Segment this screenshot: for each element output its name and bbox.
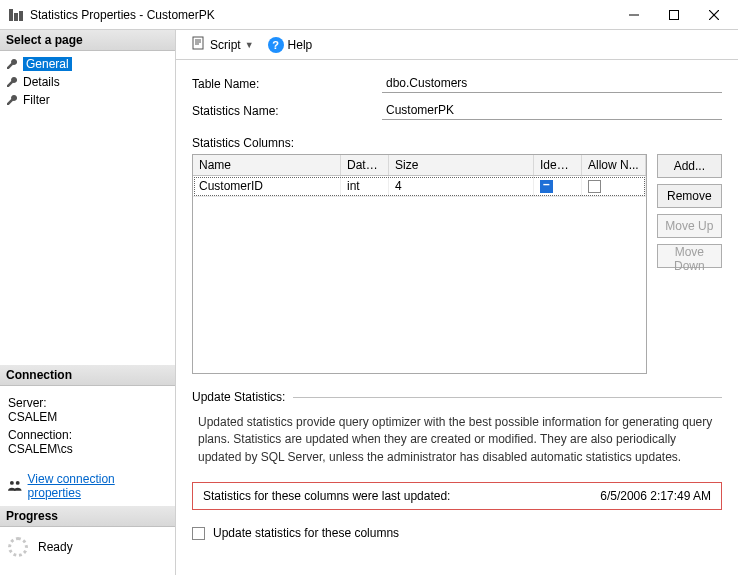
add-button[interactable]: Add... xyxy=(657,154,722,178)
columns-grid[interactable]: Name Data ... Size Identity Allow N... C… xyxy=(192,154,647,374)
connection-label: Connection: xyxy=(8,428,167,442)
close-button[interactable] xyxy=(694,1,734,29)
update-checkbox[interactable] xyxy=(192,527,205,540)
sidebar-item-filter[interactable]: Filter xyxy=(2,91,173,109)
help-icon: ? xyxy=(268,37,284,53)
wrench-icon xyxy=(6,94,18,106)
sidebar-item-general[interactable]: General xyxy=(2,55,173,73)
svg-rect-1 xyxy=(14,13,18,21)
grid-row[interactable]: CustomerID int 4 xyxy=(193,176,646,197)
col-header-data[interactable]: Data ... xyxy=(341,155,389,175)
minimize-button[interactable] xyxy=(614,1,654,29)
sidebar-item-label: Details xyxy=(23,75,60,89)
script-icon xyxy=(192,36,206,53)
connection-link-row: View connection properties xyxy=(0,466,175,506)
cell-data: int xyxy=(341,176,389,196)
move-down-button[interactable]: Move Down xyxy=(657,244,722,268)
app-icon xyxy=(8,7,24,23)
last-updated-box: Statistics for these columns were last u… xyxy=(192,482,722,510)
wrench-icon xyxy=(6,58,18,70)
select-page-header: Select a page xyxy=(0,30,175,51)
page-list: General Details Filter xyxy=(0,51,175,113)
svg-rect-4 xyxy=(670,10,679,19)
checkbox-unchecked-icon xyxy=(588,180,601,193)
sidebar: Select a page General Details Filter Con… xyxy=(0,30,176,575)
table-name-label: Table Name: xyxy=(192,77,382,91)
progress-body: Ready xyxy=(0,527,175,575)
stats-name-label: Statistics Name: xyxy=(192,104,382,118)
move-up-button[interactable]: Move Up xyxy=(657,214,722,238)
sidebar-item-label: General xyxy=(23,57,72,71)
update-stats-header: Update Statistics: xyxy=(192,390,285,404)
help-button[interactable]: ? Help xyxy=(264,35,317,55)
col-header-identity[interactable]: Identity xyxy=(534,155,582,175)
update-checkbox-label: Update statistics for these columns xyxy=(213,526,399,540)
toolbar: Script ▼ ? Help xyxy=(176,30,738,60)
cell-size: 4 xyxy=(389,176,534,196)
col-header-allownull[interactable]: Allow N... xyxy=(582,155,646,175)
script-label: Script xyxy=(210,38,241,52)
view-connection-link[interactable]: View connection properties xyxy=(28,472,167,500)
connection-header: Connection xyxy=(0,365,175,386)
stats-columns-label: Statistics Columns: xyxy=(192,136,722,150)
stats-name-input[interactable] xyxy=(382,101,722,120)
script-button[interactable]: Script ▼ xyxy=(188,34,258,55)
cell-identity xyxy=(534,176,582,196)
col-header-name[interactable]: Name xyxy=(193,155,341,175)
col-header-size[interactable]: Size xyxy=(389,155,534,175)
sidebar-item-details[interactable]: Details xyxy=(2,73,173,91)
grid-header: Name Data ... Size Identity Allow N... xyxy=(193,155,646,176)
sidebar-item-label: Filter xyxy=(23,93,50,107)
last-updated-value: 6/5/2006 2:17:49 AM xyxy=(600,489,711,503)
remove-button[interactable]: Remove xyxy=(657,184,722,208)
content: Script ▼ ? Help Table Name: Statistics N… xyxy=(176,30,738,575)
divider xyxy=(293,397,722,398)
connection-info: Server: CSALEM Connection: CSALEM\cs xyxy=(0,386,175,466)
connection-value: CSALEM\cs xyxy=(8,442,167,456)
chevron-down-icon: ▼ xyxy=(245,40,254,50)
progress-status: Ready xyxy=(38,540,73,554)
maximize-button[interactable] xyxy=(654,1,694,29)
cell-allownull xyxy=(582,176,646,196)
svg-point-8 xyxy=(16,481,20,485)
svg-point-7 xyxy=(10,481,14,485)
checkbox-checked-icon xyxy=(540,180,553,193)
cell-name: CustomerID xyxy=(193,176,341,196)
last-updated-label: Statistics for these columns were last u… xyxy=(203,489,600,503)
svg-rect-0 xyxy=(9,9,13,21)
server-value: CSALEM xyxy=(8,410,167,424)
titlebar: Statistics Properties - CustomerPK xyxy=(0,0,738,30)
help-label: Help xyxy=(288,38,313,52)
server-label: Server: xyxy=(8,396,167,410)
spinner-icon xyxy=(8,537,28,557)
people-icon xyxy=(8,479,22,493)
update-stats-text: Updated statistics provide query optimiz… xyxy=(192,412,722,468)
svg-rect-9 xyxy=(193,37,203,49)
svg-rect-2 xyxy=(19,11,23,21)
table-name-input[interactable] xyxy=(382,74,722,93)
wrench-icon xyxy=(6,76,18,88)
window-title: Statistics Properties - CustomerPK xyxy=(30,8,614,22)
progress-header: Progress xyxy=(0,506,175,527)
